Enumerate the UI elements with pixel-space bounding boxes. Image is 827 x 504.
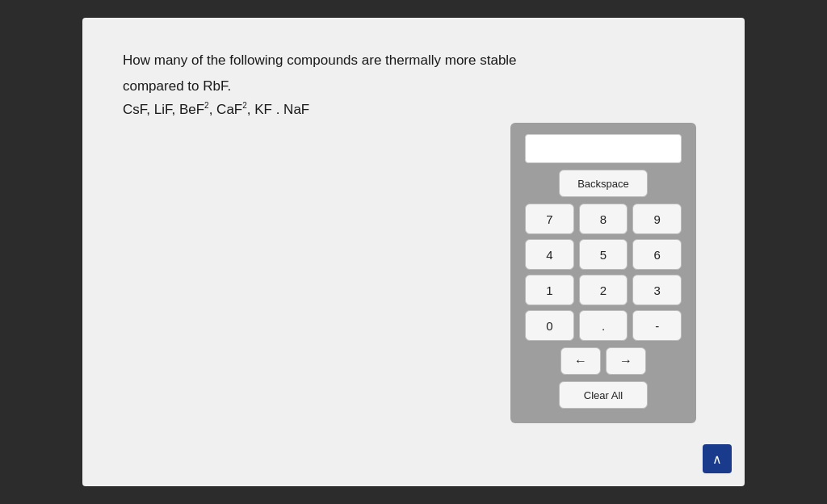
arrow-row: ← → bbox=[525, 347, 682, 375]
btn-5[interactable]: 5 bbox=[579, 239, 628, 270]
btn-dot[interactable]: . bbox=[579, 310, 628, 341]
question-line2: compared to RbF. bbox=[123, 76, 704, 97]
btn-1[interactable]: 1 bbox=[525, 275, 574, 305]
btn-6[interactable]: 6 bbox=[632, 239, 682, 270]
calculator: Backspace 7 8 9 4 5 6 1 2 3 0 . - ← → Cl… bbox=[510, 123, 696, 423]
clear-all-row: Clear All bbox=[525, 381, 682, 409]
main-card: How many of the following compounds are … bbox=[82, 18, 745, 486]
btn-3[interactable]: 3 bbox=[632, 275, 682, 305]
btn-4[interactable]: 4 bbox=[525, 239, 574, 270]
question-line1: How many of the following compounds are … bbox=[123, 50, 704, 71]
compounds-text: CsF, LiF, BeF2, CaF2, KF . NaF bbox=[123, 101, 704, 118]
backspace-button[interactable]: Backspace bbox=[559, 170, 648, 197]
next-button[interactable]: ∧ bbox=[703, 444, 732, 473]
display-field[interactable] bbox=[525, 134, 682, 163]
btn-7[interactable]: 7 bbox=[525, 204, 574, 234]
arrow-right-button[interactable]: → bbox=[606, 347, 646, 375]
clear-all-button[interactable]: Clear All bbox=[559, 381, 648, 409]
numpad: 7 8 9 4 5 6 1 2 3 0 . - bbox=[525, 204, 682, 341]
btn-minus[interactable]: - bbox=[632, 310, 682, 341]
btn-8[interactable]: 8 bbox=[579, 204, 628, 234]
btn-2[interactable]: 2 bbox=[579, 275, 628, 305]
arrow-left-button[interactable]: ← bbox=[560, 347, 601, 375]
btn-9[interactable]: 9 bbox=[632, 204, 682, 234]
btn-0[interactable]: 0 bbox=[525, 310, 574, 341]
backspace-row: Backspace bbox=[525, 170, 682, 197]
